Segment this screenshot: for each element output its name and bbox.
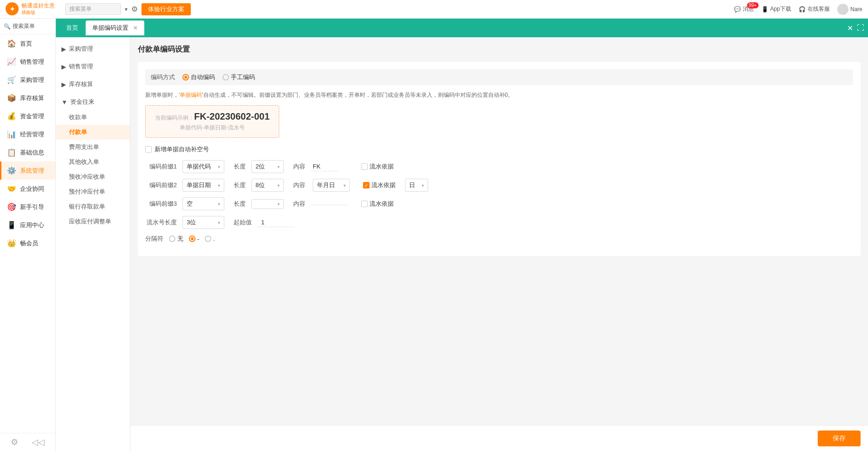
serial1-check <box>361 163 368 170</box>
serial-length-select[interactable]: 3位 ▾ <box>182 216 224 229</box>
message-icon: 💬 <box>734 6 741 13</box>
online-service-item[interactable]: 🎧 在线客服 <box>799 5 830 13</box>
app-download-item[interactable]: 📱 App下载 <box>761 5 791 13</box>
sub-menu-header-sales[interactable]: ▶ 销售管理 <box>56 59 130 74</box>
sidebar-item-apps[interactable]: 📱 应用中心 <box>0 216 55 234</box>
user-info[interactable]: Nare <box>837 4 862 15</box>
collapse-icon[interactable]: ◁◁ <box>32 437 45 447</box>
notice-highlight: 单据编码 <box>180 92 202 98</box>
inventory-icon: 📦 <box>7 94 16 102</box>
prefix2-arrow: ▾ <box>218 183 220 188</box>
app-download-label: App下载 <box>770 5 791 13</box>
radio-manual-label: 手工编码 <box>231 73 255 81</box>
home-icon: 🏠 <box>7 39 16 48</box>
sidebar-item-sales[interactable]: 📈 销售管理 <box>0 53 55 71</box>
page-title: 付款单编码设置 <box>138 45 861 54</box>
serial3-text: 流水依据 <box>370 200 394 208</box>
sub-menu-item-payments[interactable]: 付款单 <box>56 125 130 140</box>
sub-menu-item-prepay-pay[interactable]: 预付冲应付单 <box>56 184 130 199</box>
radio-auto-encode[interactable]: 自动编码 <box>182 73 215 81</box>
sidebar-bottom: ⚙ ◁◁ <box>0 433 55 451</box>
prefix1-select[interactable]: 单据代码 ▾ <box>182 160 224 173</box>
content2-select[interactable]: 年月日 ▾ <box>313 179 350 192</box>
message-item[interactable]: 💬 消息 99+ <box>734 5 754 13</box>
prefix2-value: 单据日期 <box>187 181 211 189</box>
sub-menu-item-expense[interactable]: 费用支出单 <box>56 140 130 155</box>
sep-dash[interactable]: - <box>189 236 199 242</box>
length1-select[interactable]: 2位 ▾ <box>251 160 284 173</box>
user-name: Nare <box>850 6 862 13</box>
prefix3-select[interactable]: 空 ▾ <box>182 197 224 210</box>
length2-select[interactable]: 8位 ▾ <box>251 179 284 192</box>
tab-minimize-icon[interactable]: ✕ <box>847 24 853 33</box>
sidebar-item-finance[interactable]: 💰 资金管理 <box>0 107 55 125</box>
prefix3-label: 编码前缀3 <box>145 200 177 208</box>
apps-icon: 📱 <box>7 221 16 229</box>
settings-bottom-icon[interactable]: ⚙ <box>11 437 18 447</box>
start-value-input[interactable]: 1 <box>257 218 295 227</box>
preview-label: 当前编码示例：FK-20230602-001 <box>155 111 269 122</box>
sidebar-item-system[interactable]: ⚙️ 系统管理 <box>0 162 55 180</box>
sub-menu-item-prepay-receive[interactable]: 预收冲应收单 <box>56 169 130 184</box>
length3-select[interactable]: ▾ <box>251 199 284 209</box>
sub-menu-item-bank-deposit[interactable]: 银行存取款单 <box>56 199 130 214</box>
radio-auto-circle <box>182 74 189 81</box>
separator-label: 分隔符 <box>145 235 163 243</box>
tab-serial-settings[interactable]: 单据编码设置 ✕ <box>86 20 144 35</box>
sub-menu-item-receipts[interactable]: 收款单 <box>56 110 130 125</box>
serial2-period-value: 日 <box>409 181 415 189</box>
sidebar: 🔍 搜索菜单 🏠 首页 📈 销售管理 🛒 采购管理 📦 库存核算 💰 资金管理 … <box>0 19 56 451</box>
sidebar-item-member[interactable]: 👑 畅会员 <box>0 234 55 252</box>
sidebar-item-label: 基础信息 <box>20 148 44 157</box>
prefix1-arrow: ▾ <box>218 164 220 169</box>
serial3-check <box>361 201 368 207</box>
sub-menu-header-inventory[interactable]: ▶ 库存核算 <box>56 76 130 92</box>
sidebar-item-purchase[interactable]: 🛒 采购管理 <box>0 71 55 89</box>
tab-close-icon[interactable]: ✕ <box>133 25 138 31</box>
member-icon: 👑 <box>7 239 16 248</box>
top-bar-right: 💬 消息 99+ 📱 App下载 🎧 在线客服 Nare <box>734 4 862 15</box>
auto-fill-checkbox[interactable] <box>145 146 152 153</box>
tab-maximize-icon[interactable]: ⛶ <box>857 24 864 32</box>
sidebar-search[interactable]: 🔍 搜索菜单 <box>0 19 55 34</box>
dropdown-arrow[interactable]: ▾ <box>125 6 128 13</box>
prefix2-select[interactable]: 单据日期 ▾ <box>182 179 224 192</box>
serial-length-value: 3位 <box>187 218 196 227</box>
tab-bar-right: ✕ ⛶ <box>847 24 864 33</box>
sub-menu-header-purchase[interactable]: ▶ 采购管理 <box>56 41 130 57</box>
layout: 🔍 搜索菜单 🏠 首页 📈 销售管理 🛒 采购管理 📦 库存核算 💰 资金管理 … <box>0 19 868 451</box>
radio-group-encoding: 自动编码 手工编码 <box>182 73 255 81</box>
preview-code: FK-20230602-001 <box>194 111 269 121</box>
prefix1-label: 编码前缀1 <box>145 162 177 171</box>
content3-label: 内容 <box>293 200 305 208</box>
serial2-period-select[interactable]: 日 ▾ <box>405 179 428 192</box>
separator-options: 无 - . <box>169 235 215 243</box>
online-service-icon: 🎧 <box>799 6 806 13</box>
sidebar-item-home[interactable]: 🏠 首页 <box>0 34 55 53</box>
auto-fill-label: 新增单据自动补空号 <box>155 145 209 154</box>
sidebar-item-basic[interactable]: 📋 基础信息 <box>0 143 55 162</box>
sidebar-item-label: 系统管理 <box>20 167 44 175</box>
sidebar-item-inventory[interactable]: 📦 库存核算 <box>0 89 55 107</box>
radio-manual-encode[interactable]: 手工编码 <box>222 73 255 81</box>
save-button[interactable]: 保存 <box>818 431 861 446</box>
sub-menu-item-other-income[interactable]: 其他收入单 <box>56 155 130 169</box>
logo-icon: ✦ <box>6 2 19 15</box>
serial3-checkbox[interactable]: 流水依据 <box>361 200 394 208</box>
sub-menu-header-finance[interactable]: ▼ 资金往来 <box>56 94 130 110</box>
sidebar-item-enterprise[interactable]: 🤝 企业协同 <box>0 180 55 198</box>
sub-menu-item-receivable-adjust[interactable]: 应收应付调整单 <box>56 214 130 229</box>
trial-button[interactable]: 体验行业方案 <box>141 3 191 15</box>
serial2-checkbox[interactable]: ✓ 流水依据 <box>363 181 396 189</box>
sep-dot[interactable]: . <box>205 236 215 242</box>
sidebar-item-operations[interactable]: 📊 经营管理 <box>0 125 55 143</box>
settings-icon[interactable]: ⚙ <box>131 5 138 13</box>
sep-none[interactable]: 无 <box>169 235 183 243</box>
guide-icon: 🎯 <box>7 202 16 211</box>
serial1-checkbox[interactable]: 流水依据 <box>361 162 394 171</box>
tab-home[interactable]: 首页 <box>60 20 85 35</box>
serial2-period-arrow: ▾ <box>422 183 424 188</box>
logo-text: 畅通道好生意 <box>21 2 55 9</box>
online-service-label: 在线客服 <box>807 5 830 13</box>
sidebar-item-guide[interactable]: 🎯 新手引导 <box>0 198 55 216</box>
